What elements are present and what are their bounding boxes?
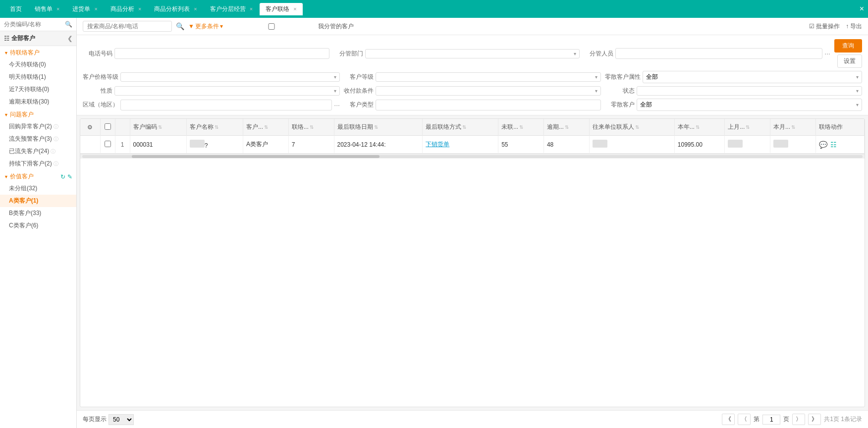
batch-op-btn[interactable]: ☑ 批量操作 — [809, 22, 840, 31]
col-last-way[interactable]: 最后联络方式⇅ — [423, 119, 498, 136]
sidebar-item-tomorrow[interactable]: 明天待联络(1) — [0, 71, 76, 83]
sidebar-all-customers[interactable]: ☷ 全部客户 ❮ — [0, 31, 76, 46]
next-page-btn[interactable]: 〉 — [792, 414, 805, 425]
phone-input[interactable] — [114, 48, 329, 59]
name-gray-box — [190, 140, 205, 148]
row-last-way[interactable]: 下销货单 — [423, 136, 498, 154]
filter-retail-customer: 零散客户 全部 ▾ — [605, 99, 862, 111]
row-checkbox[interactable] — [100, 136, 115, 154]
sidebar-item-today[interactable]: 今天待联络(0) — [0, 58, 76, 71]
sidebar-item-declining[interactable]: 持续下滑客户(2) ⓘ — [0, 158, 76, 170]
page-input[interactable] — [762, 415, 780, 425]
retail-attr-dropdown[interactable]: 全部 ▾ — [643, 71, 862, 83]
sidebar-item-repurchase-abnormal[interactable]: 回购异常客户(2) ⓘ — [0, 120, 76, 133]
search-input[interactable] — [83, 21, 172, 32]
sort-lm-icon: ⇅ — [746, 124, 750, 130]
chat-icon[interactable]: 💬 — [819, 141, 827, 149]
retail-customer-dropdown[interactable]: 全部 ▾ — [637, 99, 862, 111]
nav-sales-label: 销售单 — [35, 5, 53, 13]
sidebar-search-icon[interactable]: 🔍 — [65, 21, 72, 28]
status-caret: ▾ — [856, 88, 859, 94]
filter-region: 区域（地区） ··· — [83, 100, 340, 110]
manager-input[interactable] — [615, 48, 822, 59]
nav-customer-contact-close[interactable]: × — [293, 6, 296, 12]
sidebar-item-ungroup[interactable]: 未分组(32) — [0, 182, 76, 195]
prev-page-btn[interactable]: 〈 — [738, 414, 751, 425]
price-level-dropdown[interactable]: ▾ — [120, 72, 340, 82]
col-last-date[interactable]: 最后联络日期⇅ — [334, 119, 423, 136]
more-filters-btn[interactable]: ▼ 更多条件 ▾ — [188, 22, 223, 31]
nav-purchase[interactable]: 进货单 × — [66, 3, 103, 15]
col-last-month[interactable]: 上月...⇅ — [725, 119, 770, 136]
sidebar-item-loss-warning[interactable]: 流失预警客户(3) ⓘ — [0, 133, 76, 145]
filter-price-level: 客户价格等级 ▾ — [83, 72, 340, 82]
last-way-link[interactable]: 下销货单 — [426, 141, 449, 148]
col-gear[interactable]: ⚙ — [80, 119, 100, 136]
col-contact-num[interactable]: 联络...⇅ — [288, 119, 334, 136]
col-this-month[interactable]: 本月...⇅ — [770, 119, 816, 136]
my-customer-checkbox[interactable] — [227, 23, 316, 30]
col-checkbox[interactable] — [100, 119, 115, 136]
status-dropdown[interactable]: ▾ — [637, 86, 862, 96]
retail-attr-caret: ▾ — [856, 74, 859, 80]
sidebar-collapse-btn[interactable]: ❮ — [67, 35, 72, 42]
filter-status: 状态 ▾ — [605, 86, 862, 96]
last-page-btn[interactable]: 》 — [808, 414, 821, 425]
filter-bar-right: ☑ 批量操作 ↑ 导出 — [809, 22, 862, 31]
per-page-select[interactable]: 50 20 100 — [108, 414, 134, 425]
nav-product-analysis-close[interactable]: × — [138, 6, 141, 12]
nav-product-analysis[interactable]: 商品分析 × — [105, 3, 147, 15]
nav-product-list-close[interactable]: × — [194, 6, 197, 12]
sidebar-search-input[interactable] — [4, 21, 63, 28]
sidebar-item-lost[interactable]: 已流失客户(24) ⓘ — [0, 145, 76, 158]
qr-icon[interactable]: ☷ — [830, 141, 837, 149]
query-button[interactable]: 查询 — [834, 39, 862, 53]
row-select-checkbox[interactable] — [105, 141, 111, 147]
nav-home[interactable]: 首页 — [4, 3, 28, 15]
customer-level-dropdown[interactable]: ▾ — [376, 72, 601, 82]
filter-manager: 分管人员 ··· — [584, 48, 830, 59]
sort-date-icon: ⇅ — [374, 124, 378, 130]
customer-level-caret: ▾ — [595, 74, 597, 80]
dept-dropdown[interactable]: ▾ — [365, 49, 580, 58]
nav-purchase-close[interactable]: × — [94, 6, 97, 12]
col-this-year[interactable]: 本年...⇅ — [674, 119, 724, 136]
nav-sales-close[interactable]: × — [56, 6, 59, 12]
export-btn[interactable]: ↑ 导出 — [846, 22, 862, 31]
nav-customer-contact[interactable]: 客户联络 × — [260, 3, 302, 15]
sidebar: 🔍 ☷ 全部客户 ❮ ▼ 待联络客户 今天待联络(0) 明天待联络(1) 近7天… — [0, 18, 77, 428]
retail-customer-label: 零散客户 — [605, 101, 635, 109]
col-customer-type[interactable]: 客户...⇅ — [243, 119, 289, 136]
select-all-checkbox[interactable] — [105, 123, 111, 130]
col-name[interactable]: 客户名称⇅ — [186, 119, 243, 136]
sidebar-item-c-class[interactable]: C类客户(6) — [0, 219, 76, 232]
region-more-icon[interactable]: ··· — [334, 101, 340, 109]
region-input[interactable] — [120, 100, 332, 110]
first-page-btn[interactable]: 《 — [722, 414, 735, 425]
customer-type-input[interactable] — [376, 100, 601, 110]
bottom-scrollbar[interactable] — [80, 154, 865, 159]
nature-dropdown[interactable]: ▾ — [114, 86, 340, 96]
sidebar-item-b-class[interactable]: B类客户(33) — [0, 207, 76, 219]
filter-retail-attr: 零散客户属性 全部 ▾ — [605, 71, 862, 83]
nav-product-list[interactable]: 商品分析列表 × — [148, 3, 203, 15]
my-customer-filter[interactable]: 我分管的客户 — [227, 22, 354, 31]
refresh-icon[interactable]: ↻ — [60, 173, 65, 180]
manager-more-icon[interactable]: ··· — [824, 50, 830, 57]
close-all-btn[interactable]: × — [860, 4, 864, 13]
settings-button[interactable]: 设置 — [837, 54, 862, 68]
sidebar-item-overdue[interactable]: 逾期未联络(30) — [0, 96, 76, 108]
payment-dropdown[interactable]: ▾ — [376, 86, 601, 96]
nav-customer-segmentation-close[interactable]: × — [250, 6, 253, 12]
nav-customer-segmentation[interactable]: 客户分层经营 × — [204, 3, 259, 15]
col-unit-contact[interactable]: 往来单位联系人⇅ — [589, 119, 674, 136]
col-code[interactable]: 客户编码⇅ — [130, 119, 186, 136]
col-not-contacted[interactable]: 未联...⇅ — [498, 119, 544, 136]
search-button[interactable]: 🔍 — [176, 22, 184, 30]
sidebar-item-a-class[interactable]: A类客户(1) — [0, 195, 76, 207]
nav-sales[interactable]: 销售单 × — [29, 3, 65, 15]
filter-phone: 电话号码 — [83, 48, 329, 59]
sidebar-item-7days[interactable]: 近7天待联络(0) — [0, 83, 76, 96]
col-overdue[interactable]: 逾期...⇅ — [543, 119, 589, 136]
edit-icon[interactable]: ✎ — [67, 173, 72, 180]
